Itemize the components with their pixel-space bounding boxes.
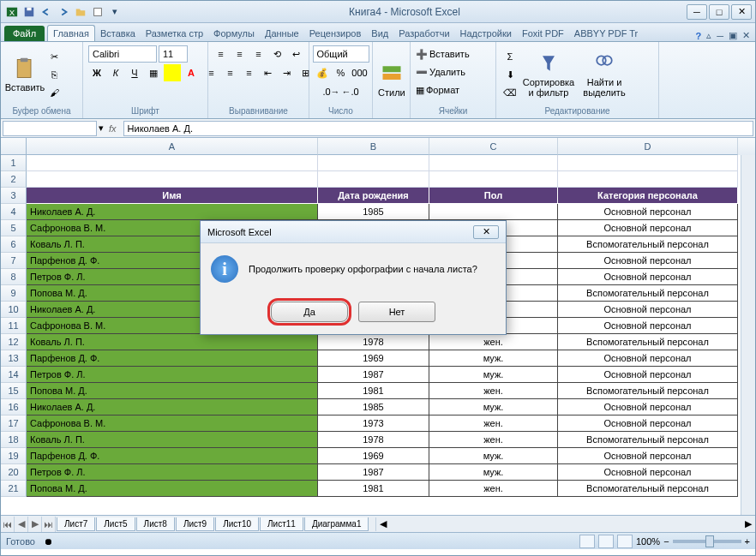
cell-sex[interactable]: муж. (429, 399, 558, 416)
zoom-in-icon[interactable]: + (745, 536, 750, 547)
orientation-icon[interactable]: ⟲ (269, 45, 286, 63)
inc-decimal-icon[interactable]: .0→ (323, 83, 340, 100)
cell-cat[interactable]: Основной персонал (558, 367, 738, 383)
paste-button[interactable]: Вставить (6, 47, 44, 102)
row-header[interactable]: 19 (1, 448, 27, 464)
doc-restore-icon[interactable]: ▣ (729, 30, 737, 41)
cell-cat[interactable]: Основной персонал (558, 302, 738, 318)
sheet-nav-prev-icon[interactable]: ◀ (15, 517, 28, 532)
cell-cat[interactable]: Основной персонал (558, 448, 738, 464)
row-header[interactable]: 21 (1, 481, 27, 497)
help-icon[interactable]: ? (695, 31, 701, 41)
align-top-icon[interactable]: ≡ (213, 45, 230, 63)
horizontal-scrollbar[interactable]: ◀▶ (375, 517, 755, 531)
cell-name[interactable]: Попова М. Д. (27, 481, 318, 497)
cell-cat[interactable]: Основной персонал (558, 399, 738, 416)
macro-record-icon[interactable]: ⏺ (44, 536, 53, 547)
redo-icon[interactable] (56, 4, 71, 20)
row-header[interactable]: 17 (1, 416, 27, 432)
sheet-tab[interactable]: Лист5 (96, 517, 135, 531)
cell-dob[interactable]: 1978 (318, 432, 429, 448)
cell-cat[interactable]: Основной персонал (558, 350, 738, 367)
header-dob[interactable]: Дата рождения (318, 188, 429, 204)
cell-sex[interactable]: муж. (429, 464, 558, 481)
excel-icon[interactable]: X (4, 4, 20, 20)
header-name[interactable]: Имя (27, 188, 318, 204)
view-layout-icon[interactable] (598, 535, 614, 548)
fill-color-icon[interactable] (164, 64, 181, 81)
cell-sex[interactable]: жен. (429, 383, 558, 399)
row-header[interactable]: 6 (1, 236, 27, 253)
zoom-out-icon[interactable]: − (663, 536, 669, 547)
align-right-icon[interactable]: ≡ (241, 64, 258, 81)
sheet-nav-next-icon[interactable]: ▶ (28, 517, 42, 532)
cell-name[interactable]: Сафронова В. М. (27, 416, 318, 432)
percent-icon[interactable]: % (333, 64, 350, 81)
dialog-no-button[interactable]: Нет (358, 302, 435, 322)
col-header-b[interactable]: B (318, 138, 429, 155)
row-header[interactable]: 10 (1, 302, 27, 318)
cell-cat[interactable]: Основной персонал (558, 416, 738, 432)
delete-cells-button[interactable]: ➖ Удалить (416, 63, 490, 81)
cell-dob[interactable]: 1978 (318, 334, 429, 350)
cell-sex[interactable]: муж. (429, 448, 558, 464)
file-tab[interactable]: Файл (4, 26, 45, 41)
cell-cat[interactable]: Основной персонал (558, 204, 738, 220)
border-icon[interactable]: ▦ (145, 64, 162, 81)
sheet-nav-first-icon[interactable]: ⏮ (1, 517, 15, 532)
cell-name[interactable]: Коваль Л. П. (27, 334, 318, 350)
doc-close-icon[interactable]: ✕ (742, 30, 750, 41)
vertical-scrollbar[interactable] (741, 155, 755, 515)
copy-icon[interactable]: ⎘ (45, 66, 63, 83)
qat-dropdown-icon[interactable]: ▾ (107, 4, 123, 20)
row-header[interactable]: 20 (1, 464, 27, 481)
cell-sex[interactable] (429, 204, 558, 220)
cell-name[interactable]: Парфенов Д. Ф. (27, 350, 318, 367)
header-cat[interactable]: Категория персонала (558, 188, 738, 204)
cell-cat[interactable]: Вспомогательный персонал (558, 236, 738, 253)
folder-icon[interactable] (73, 4, 88, 20)
sheet-nav-last-icon[interactable]: ⏭ (42, 517, 56, 532)
tab-insert[interactable]: Вставка (95, 26, 141, 41)
tab-home[interactable]: Главная (47, 25, 95, 41)
doc-minimize-icon[interactable]: ─ (717, 31, 723, 41)
sheet-tab[interactable]: Лист11 (260, 517, 303, 531)
sheet-tab[interactable]: Диаграмма1 (304, 517, 369, 531)
cell-name[interactable]: Парфенов Д. Ф. (27, 448, 318, 464)
cell-name[interactable]: Петров Ф. Л. (27, 464, 318, 481)
cell-cat[interactable]: Вспомогательный персонал (558, 481, 738, 497)
italic-icon[interactable]: К (107, 64, 124, 81)
col-header-a[interactable]: A (27, 138, 318, 155)
sheet-tab[interactable]: Лист7 (57, 517, 95, 531)
format-cells-button[interactable]: ▦ Формат (416, 81, 490, 99)
dialog-titlebar[interactable]: Microsoft Excel ✕ (201, 221, 506, 243)
row-header[interactable]: 12 (1, 334, 27, 350)
cell-sex[interactable]: жен. (429, 481, 558, 497)
ribbon-min-icon[interactable]: ▵ (706, 30, 711, 41)
dialog-yes-button[interactable]: Да (271, 302, 348, 322)
sheet-tab[interactable]: Лист10 (215, 517, 259, 531)
cell-name[interactable]: Коваль Л. П. (27, 432, 318, 448)
cell-name[interactable]: Николаев А. Д. (27, 204, 318, 220)
row-header[interactable]: 13 (1, 350, 27, 367)
font-color-icon[interactable]: A (183, 64, 200, 81)
cell-dob[interactable]: 1985 (318, 204, 429, 220)
row-header[interactable]: 11 (1, 318, 27, 334)
cell-cat[interactable]: Вспомогательный персонал (558, 285, 738, 302)
cell-dob[interactable]: 1987 (318, 464, 429, 481)
number-format-select[interactable] (313, 45, 369, 63)
format-painter-icon[interactable]: 🖌 (45, 84, 63, 101)
cell-sex[interactable]: муж. (429, 367, 558, 383)
align-left-icon[interactable]: ≡ (203, 64, 220, 81)
font-size-select[interactable] (159, 45, 188, 63)
row-header[interactable]: 8 (1, 269, 27, 285)
minimize-button[interactable]: ─ (687, 4, 707, 20)
cell-cat[interactable]: Основной персонал (558, 253, 738, 269)
cell-dob[interactable]: 1969 (318, 350, 429, 367)
row-header[interactable]: 16 (1, 399, 27, 416)
autosum-icon[interactable]: Σ (501, 48, 519, 65)
sheet-tab[interactable]: Лист8 (136, 517, 175, 531)
fx-icon[interactable]: fx (104, 123, 122, 134)
dialog-close-button[interactable]: ✕ (473, 225, 499, 239)
find-select-button[interactable]: Найти и выделить (579, 47, 630, 102)
